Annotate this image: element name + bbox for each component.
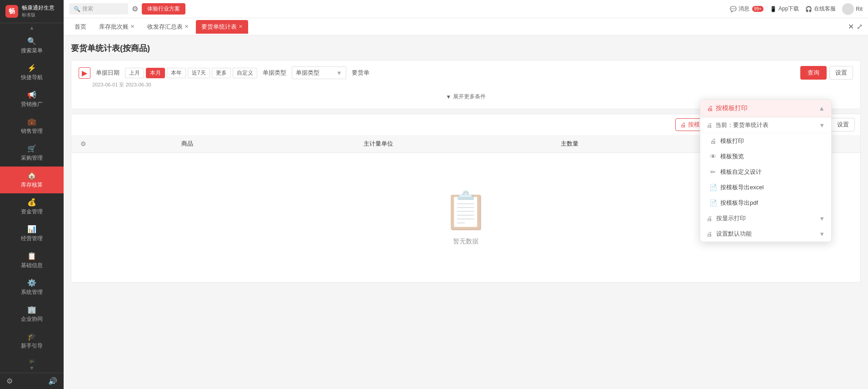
logo-text-container: 畅康通好生意 标准版 <box>22 5 55 18</box>
dropdown-item-export-excel[interactable]: 📄 按模板导出excel <box>700 180 831 195</box>
demand-label: 要货单 <box>352 69 369 77</box>
sidebar-item-basic[interactable]: 📋 基础信息 <box>0 247 64 274</box>
dropdown-item-template-design[interactable]: ✏ 模板自定义设计 <box>700 164 831 180</box>
sidebar-item-search[interactable]: 🔍 搜索菜单 <box>0 32 64 59</box>
sidebar-icon-finance: 💰 <box>27 198 36 207</box>
dropdown-section-display-print[interactable]: 🖨 按显示打印 ▼ <box>700 211 831 226</box>
date-btn-3[interactable]: 近7天 <box>188 68 210 78</box>
dropdown-header-left: 🖨 按模板打印 <box>707 104 748 112</box>
sidebar: 畅 畅康通好生意 标准版 ▲ 🔍 搜索菜单 ⚡ 快捷导航 📢 营销推广 💼 销售… <box>0 0 64 389</box>
sound-icon[interactable]: 🔊 <box>48 377 57 385</box>
sidebar-label-sales: 销售管理 <box>21 127 43 135</box>
sidebar-label-marketing: 营销推广 <box>21 101 43 108</box>
sidebar-icon-system: ⚙️ <box>27 278 36 287</box>
filter-expand-icon[interactable]: ▶ <box>79 67 90 79</box>
search-icon: 🔍 <box>74 6 80 12</box>
filter-actions: 查询设置 <box>800 66 853 80</box>
tabs-bar: 首页库存批次账✕收发存汇总表✕要货单统计表✕ ✕ ⤢ <box>64 18 868 35</box>
gear-icon[interactable]: ⚙ <box>132 5 138 13</box>
dropdown-icon-template-print: 🖨 <box>709 137 717 145</box>
sidebar-nav: 🔍 搜索菜单 ⚡ 快捷导航 📢 营销推广 💼 销售管理 🛒 采购管理 🏠 库存核… <box>0 32 64 364</box>
sidebar-label-inventory: 库存核算 <box>21 181 43 189</box>
filter-settings-button[interactable]: 设置 <box>829 66 853 80</box>
settings-icon[interactable]: ⚙ <box>6 377 13 385</box>
sidebar-item-inventory[interactable]: 🏠 库存核算 <box>0 167 64 193</box>
messages-btn[interactable]: 💬 消息 99+ <box>730 5 763 13</box>
tab-label-receipt-summary: 收发存汇总表 <box>147 23 183 31</box>
sidebar-item-marketing[interactable]: 📢 营销推广 <box>0 86 64 113</box>
tab-receipt-summary[interactable]: 收发存汇总表✕ <box>142 20 194 34</box>
sidebar-item-operation[interactable]: 📊 经营管理 <box>0 220 64 247</box>
date-btn-0[interactable]: 上月 <box>125 68 144 78</box>
sidebar-label-operation: 经营管理 <box>21 235 43 242</box>
date-btn-1[interactable]: 本月 <box>146 68 165 78</box>
sidebar-scroll-up[interactable]: ▲ <box>0 23 64 32</box>
window-expand-btn[interactable]: ⤢ <box>857 22 863 31</box>
dropdown-header-right: ▲ <box>818 105 825 112</box>
app-download-btn[interactable]: 📱 App下载 <box>770 5 799 13</box>
bill-type-select[interactable]: 单据类型 ▼ <box>292 66 346 79</box>
tab-label-batch: 库存批次账 <box>99 23 129 31</box>
tab-demand-stats[interactable]: 要货单统计表✕ <box>196 20 248 34</box>
dropdown-item-export-pdf[interactable]: 📄 按模板导出pdf <box>700 195 831 211</box>
sidebar-icon-shortcut: ⚡ <box>27 64 36 72</box>
dropdown-item-template-print[interactable]: 🖨 模板打印 <box>700 133 831 149</box>
main-area: 🔍 搜索 ⚙ 体验行业方案 💬 消息 99+ 📱 App下载 🎧 在线客服 Ri… <box>64 0 868 389</box>
dropdown-icon-template-design: ✏ <box>709 168 717 176</box>
sidebar-item-guide[interactable]: 🎓 新手引导 <box>0 328 64 354</box>
app-download-label: App下载 <box>778 5 799 13</box>
bill-type-label: 单据类型 <box>263 69 286 77</box>
search-bar[interactable]: 🔍 搜索 <box>69 3 128 15</box>
sidebar-item-purchase[interactable]: 🛒 采购管理 <box>0 140 64 167</box>
user-name: Rit <box>856 6 863 12</box>
dropdown-label-template-design: 模板自定义设计 <box>720 168 762 176</box>
dropdown-current-header[interactable]: 🖨 当前：要货单统计表 ▼ <box>700 117 831 133</box>
tab-batch[interactable]: 库存批次账✕ <box>94 20 140 34</box>
tab-label-demand-stats: 要货单统计表 <box>201 23 237 31</box>
printer-small-icon: 🖨 <box>707 122 713 129</box>
online-service-btn[interactable]: 🎧 在线客服 <box>805 5 836 13</box>
date-btn-4[interactable]: 更多 <box>212 68 231 78</box>
tab-close-demand-stats[interactable]: ✕ <box>239 24 243 30</box>
dropdown-section-default-settings[interactable]: 🖨 设置默认功能 ▼ <box>700 226 831 242</box>
user-avatar-area[interactable]: Rit <box>842 3 863 15</box>
sidebar-item-finance[interactable]: 💰 资金管理 <box>0 193 64 220</box>
current-chevron-icon: ▼ <box>819 122 825 129</box>
th-unit: 主计量单位 <box>283 135 474 152</box>
tab-close-receipt-summary[interactable]: ✕ <box>185 24 189 30</box>
tab-close-batch[interactable]: ✕ <box>130 24 135 30</box>
th-settings[interactable]: ⚙ <box>75 136 91 152</box>
sidebar-item-enterprise[interactable]: 🏢 企业协同 <box>0 301 64 328</box>
window-close-btn[interactable]: ✕ <box>848 22 854 31</box>
date-btn-2[interactable]: 本年 <box>167 68 186 78</box>
no-data-icon: 📋 <box>443 189 489 232</box>
tab-home[interactable]: 首页 <box>69 20 92 34</box>
print-dropdown-icon: 🖨 <box>707 105 713 112</box>
sidebar-item-system[interactable]: ⚙️ 系统管理 <box>0 274 64 301</box>
select-arrow-icon: ▼ <box>336 70 342 76</box>
sidebar-item-shortcut[interactable]: ⚡ 快捷导航 <box>0 59 64 86</box>
settings-button[interactable]: 设置 <box>831 118 855 131</box>
app-icon: 📱 <box>770 6 777 12</box>
filter-query-button[interactable]: 查询 <box>800 66 827 80</box>
sidebar-label-purchase: 采购管理 <box>21 154 43 162</box>
dropdown-chevron-up-icon[interactable]: ▲ <box>818 105 825 112</box>
messages-badge: 99+ <box>752 6 763 12</box>
trial-button[interactable]: 体验行业方案 <box>142 3 185 15</box>
dropdown-menu: 🖨 按模板打印 ▲ 🖨 当前：要货单统计表 ▼ <box>700 99 832 242</box>
current-template-text: 当前：要货单统计表 <box>715 121 768 129</box>
service-icon: 🎧 <box>805 6 812 12</box>
sidebar-item-apps[interactable]: 📱 应用中心 <box>0 354 64 364</box>
sidebar-icon-basic: 📋 <box>27 252 36 260</box>
dropdown-label-export-excel: 按模板导出excel <box>720 183 763 192</box>
sidebar-scroll-down[interactable]: ▼ <box>0 364 64 373</box>
date-btn-5[interactable]: 自定义 <box>233 68 257 78</box>
sidebar-icon-guide: 🎓 <box>27 332 36 341</box>
th-product: 商品 <box>91 135 283 152</box>
sidebar-item-sales[interactable]: 💼 销售管理 <box>0 113 64 140</box>
date-filter-buttons: 上月本月本年近7天更多自定义 <box>125 68 257 78</box>
sidebar-label-basic: 基础信息 <box>21 262 43 269</box>
dropdown-item-template-preview[interactable]: 👁 模板预览 <box>700 149 831 164</box>
dropdown-icon-export-pdf: 📄 <box>709 199 717 207</box>
date-range: 2023-06-01 至 2023-06-30 <box>92 81 853 88</box>
